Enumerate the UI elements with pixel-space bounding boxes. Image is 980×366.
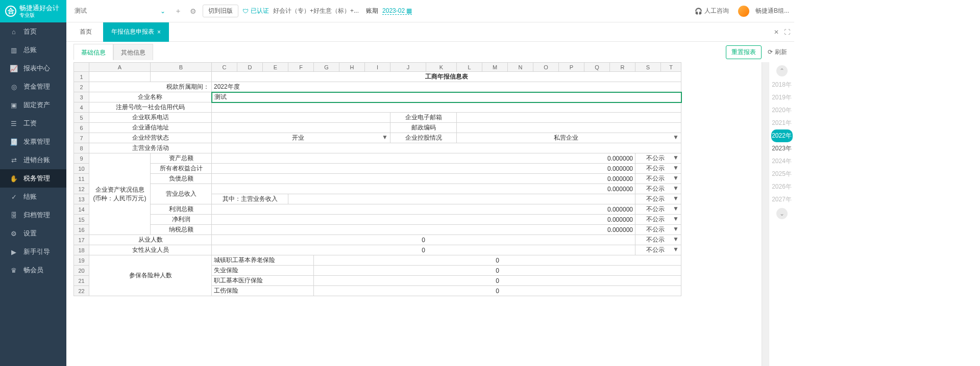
col-header[interactable]: O — [533, 63, 559, 72]
cell[interactable]: 不公示▼ — [635, 164, 681, 174]
row-header[interactable]: 3 — [74, 92, 89, 102]
cell[interactable]: 企业资产状况信息(币种：人民币万元) — [89, 153, 151, 235]
cell[interactable]: 从业人数 — [89, 235, 212, 245]
col-header[interactable]: G — [314, 63, 339, 72]
subtab-basic[interactable]: 基础信息 — [74, 44, 113, 60]
close-icon[interactable]: × — [157, 29, 161, 36]
row-header[interactable]: 16 — [74, 225, 89, 235]
sidebar-item-7[interactable]: ⇄进销台账 — [0, 151, 66, 169]
col-header[interactable]: R — [610, 63, 635, 72]
cell[interactable]: 2022年度 — [212, 82, 681, 92]
col-header[interactable]: C — [212, 63, 237, 72]
cell[interactable]: 纳税总额 — [151, 225, 212, 235]
sheet-area[interactable]: ABCDEFGHIJKLMNOPQRST1工商年报信息表2税款所属期间：2022… — [66, 62, 762, 366]
row-header[interactable]: 6 — [74, 123, 89, 133]
sidebar-item-9[interactable]: ✓结账 — [0, 188, 66, 206]
col-header[interactable]: S — [635, 63, 661, 72]
cell[interactable] — [89, 72, 151, 82]
year-2027年[interactable]: 2027年 — [771, 193, 793, 206]
cell[interactable]: 不公示▼ — [635, 174, 681, 184]
scrollbar[interactable] — [762, 62, 769, 366]
row-header[interactable]: 14 — [74, 204, 89, 215]
row-header[interactable]: 2 — [74, 82, 89, 92]
col-header[interactable]: T — [661, 63, 681, 72]
cell[interactable]: 0 — [314, 276, 681, 286]
cell[interactable]: 工伤保险 — [212, 286, 314, 296]
cell[interactable]: 0.000000 — [212, 153, 635, 164]
cell[interactable] — [212, 143, 681, 153]
cell[interactable]: 0 — [314, 286, 681, 296]
cell[interactable]: 0.000000 — [212, 174, 635, 184]
cell[interactable] — [457, 113, 681, 123]
add-icon[interactable]: ＋ — [173, 5, 184, 18]
cell[interactable]: 注册号/统一社会信用代码 — [89, 102, 212, 113]
year-2022年[interactable]: 2022年 — [771, 129, 793, 142]
row-header[interactable]: 4 — [74, 102, 89, 113]
row-header[interactable]: 19 — [74, 255, 89, 266]
row-header[interactable]: 11 — [74, 174, 89, 184]
subtab-other[interactable]: 其他信息 — [113, 44, 153, 60]
sidebar-item-1[interactable]: ▥总账 — [0, 41, 66, 59]
cell[interactable]: 主营业务活动 — [89, 143, 212, 153]
row-header[interactable]: 22 — [74, 286, 89, 296]
cell[interactable]: 其中：主营业务收入 — [212, 194, 288, 204]
cell[interactable]: 测试 — [212, 92, 681, 102]
cell[interactable] — [457, 123, 681, 133]
cell[interactable]: 0 — [314, 255, 681, 266]
cell[interactable]: 企业通信地址 — [89, 123, 212, 133]
cell[interactable]: 企业电子邮箱 — [390, 113, 457, 123]
year-2023年[interactable]: 2023年 — [771, 142, 793, 155]
row-header[interactable]: 17 — [74, 235, 89, 245]
cell[interactable]: 净利润 — [151, 215, 212, 225]
help-link[interactable]: 🎧 人工咨询 — [695, 7, 729, 15]
col-header[interactable]: I — [365, 63, 390, 72]
cell[interactable]: 城镇职工基本养老保险 — [212, 255, 314, 266]
cell[interactable]: 不公示▼ — [635, 225, 681, 235]
cell[interactable]: 企业联系电话 — [89, 113, 212, 123]
cell[interactable]: 0.000000 — [212, 225, 635, 235]
cell[interactable] — [212, 123, 390, 133]
fullscreen-icon[interactable]: ⛶ — [784, 29, 790, 36]
cell[interactable] — [212, 102, 681, 113]
cell[interactable]: 企业控股情况 — [390, 133, 457, 143]
year-2021年[interactable]: 2021年 — [771, 117, 793, 129]
cell[interactable]: 不公示▼ — [635, 235, 681, 245]
avatar[interactable] — [738, 6, 749, 17]
cell[interactable]: 不公示▼ — [635, 184, 681, 194]
cell[interactable] — [151, 72, 212, 82]
company-selector[interactable]: 测试 ⌄ — [71, 7, 168, 15]
cell[interactable]: 税款所属期间： — [89, 82, 212, 92]
year-2026年[interactable]: 2026年 — [771, 180, 793, 193]
tab-annual-report[interactable]: 年报信息申报表 × — [103, 22, 169, 42]
row-header[interactable]: 12 — [74, 184, 89, 194]
cell[interactable]: 女性从业人员 — [89, 245, 212, 255]
cell[interactable]: 资产总额 — [151, 153, 212, 164]
cell[interactable]: 工商年报信息表 — [212, 72, 681, 82]
username[interactable]: 畅捷通B组... — [755, 7, 789, 15]
period-selector[interactable]: 2023-02 ▦ — [382, 7, 412, 15]
year-2025年[interactable]: 2025年 — [771, 168, 793, 180]
cell[interactable]: 0 — [212, 245, 635, 255]
sidebar-item-13[interactable]: ♛畅会员 — [0, 261, 66, 279]
cell[interactable] — [212, 113, 390, 123]
cell[interactable]: 职工基本医疗保险 — [212, 276, 314, 286]
sidebar-item-10[interactable]: 🗄归档管理 — [0, 206, 66, 224]
sidebar-item-12[interactable]: ▶新手引导 — [0, 243, 66, 261]
col-header[interactable]: K — [426, 63, 457, 72]
year-2019年[interactable]: 2019年 — [771, 91, 793, 104]
cell[interactable]: 0.000000 — [212, 184, 635, 194]
row-header[interactable]: 21 — [74, 276, 89, 286]
row-header[interactable]: 13 — [74, 194, 89, 204]
reset-button[interactable]: 重置报表 — [726, 45, 762, 59]
cell[interactable]: 0 — [212, 235, 635, 245]
sidebar-item-2[interactable]: 📈报表中心 — [0, 59, 66, 77]
cell[interactable]: 参保各险种人数 — [89, 255, 212, 296]
col-header[interactable]: L — [457, 63, 482, 72]
year-up-icon[interactable]: ⌃ — [776, 65, 788, 76]
cell[interactable]: 所有者权益合计 — [151, 164, 212, 174]
year-2020年[interactable]: 2020年 — [771, 104, 793, 117]
sidebar-item-5[interactable]: ☰工资 — [0, 114, 66, 133]
cell[interactable]: 私营企业▼ — [457, 133, 681, 143]
row-header[interactable]: 18 — [74, 245, 89, 255]
cell[interactable]: 邮政编码 — [390, 123, 457, 133]
